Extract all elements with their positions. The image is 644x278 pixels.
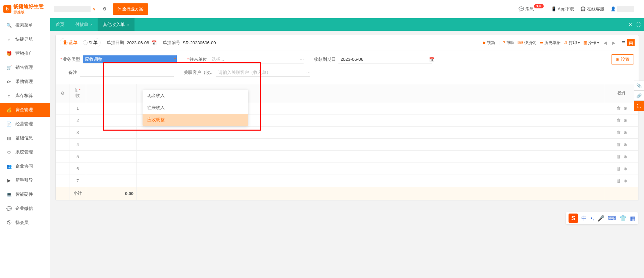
radio-red[interactable]: 红单 <box>83 40 98 46</box>
sidebar-item-team[interactable]: 👥企业协同 <box>0 159 50 173</box>
brand-logo: b 畅捷通好生意 标准版 <box>3 3 44 15</box>
tab-close-current-icon[interactable]: ✕ <box>629 22 632 27</box>
copy-icon[interactable]: ⊕ <box>624 130 627 135</box>
prev-record-button[interactable]: ◀ <box>602 40 608 45</box>
delete-icon[interactable]: 🗑 <box>616 118 621 123</box>
shortcut-button[interactable]: ⌨快捷键 <box>518 40 536 46</box>
more-icon[interactable]: ⋯ <box>306 70 311 75</box>
delete-icon[interactable]: 🗑 <box>616 178 621 183</box>
rail-expand-button[interactable]: ⛶ <box>634 101 644 111</box>
view-form-button[interactable]: ▤ <box>627 39 635 46</box>
home-icon: ⌂ <box>6 37 12 42</box>
receipt-date-input[interactable] <box>338 55 432 63</box>
settings-icon[interactable]: ⚙ <box>103 6 107 11</box>
tab-bar: 首页付款单×其他收入单× ✕ ⛶ <box>50 18 644 31</box>
gear-icon: ⚙ <box>615 57 620 62</box>
layers-icon: ▥ <box>6 136 12 141</box>
sidebar-item-device[interactable]: 💻智能硬件 <box>0 187 50 201</box>
delete-icon[interactable]: 🗑 <box>616 142 621 147</box>
sogou-logo-icon[interactable]: S <box>569 214 578 223</box>
table-row[interactable]: 5🗑⊕ <box>56 151 639 163</box>
tab[interactable]: 付款单× <box>70 18 98 31</box>
online-service-button[interactable]: 🎧 在线客服 <box>580 6 604 12</box>
copy-icon[interactable]: ⊕ <box>624 178 627 183</box>
ime-tools-icon[interactable]: ▦ <box>630 215 635 222</box>
right-rail: 📎 🔗 ⛶ <box>634 81 644 111</box>
operate-button[interactable]: ▦操作▾ <box>583 40 599 46</box>
remark-field: 备注 <box>60 68 174 77</box>
calendar-icon[interactable]: 📅 <box>151 40 157 45</box>
chat-icon: 💬 <box>519 6 524 11</box>
messages-button[interactable]: 💬 消息 99+ <box>519 6 545 12</box>
sidebar-item-guide[interactable]: ▶新手引导 <box>0 173 50 187</box>
copy-icon[interactable]: ⊕ <box>624 154 627 159</box>
form-settings-button[interactable]: ⚙ 设置 <box>611 54 634 64</box>
more-icon[interactable]: ⋯ <box>300 57 304 62</box>
calendar-icon[interactable]: 📅 <box>429 57 434 62</box>
radio-blue[interactable]: 蓝单 <box>63 40 77 46</box>
tab-expand-icon[interactable]: ⛶ <box>636 22 641 27</box>
rail-attach-button[interactable]: 📎 <box>634 81 644 91</box>
delete-icon[interactable]: 🗑 <box>616 166 621 171</box>
table-row[interactable]: 7🗑⊕ <box>56 175 639 187</box>
sidebar-item-wx[interactable]: 💬企业微信 <box>0 201 50 216</box>
ime-lang-icon[interactable]: 中 <box>581 215 587 222</box>
ime-mic-icon[interactable]: 🎤 <box>597 215 604 222</box>
next-record-button[interactable]: ▶ <box>611 40 616 45</box>
related-unit-input[interactable] <box>210 55 304 63</box>
sidebar-item-home[interactable]: ⌂快捷导航 <box>0 32 50 46</box>
app-download-button[interactable]: 📱 App下载 <box>551 6 574 12</box>
copy-icon[interactable]: ⊕ <box>624 142 627 147</box>
org-selector[interactable]: ∨ <box>54 6 96 12</box>
trial-button[interactable]: 体验行业方案 <box>113 3 148 15</box>
table-row[interactable]: 6🗑⊕ <box>56 163 639 175</box>
sidebar-item-cart[interactable]: 🛒销售管理 <box>0 60 50 75</box>
sidebar-item-gear[interactable]: ⚙系统管理 <box>0 145 50 159</box>
dropdown-option[interactable]: 应收调整 <box>143 114 248 126</box>
dropdown-option[interactable]: 往来收入 <box>143 102 248 114</box>
sidebar-item-search[interactable]: 🔍搜索菜单 <box>0 18 50 32</box>
rail-link-button[interactable]: 🔗 <box>634 91 644 101</box>
remark-input[interactable] <box>80 68 174 77</box>
table-row[interactable]: 4🗑⊕ <box>56 139 639 151</box>
form-header: 蓝单 红单 单据日期 2023-06-06 📅 单据编号 SR-20230606… <box>56 35 639 50</box>
copy-icon[interactable]: ⊕ <box>624 106 627 111</box>
tab-close-icon[interactable]: × <box>127 22 129 27</box>
tab[interactable]: 其他收入单× <box>98 18 134 31</box>
sidebar-item-box[interactable]: ⌂库存核算 <box>0 89 50 103</box>
chevron-up-icon[interactable]: ⌃ <box>173 57 177 62</box>
ime-skin-icon[interactable]: 👕 <box>620 215 627 222</box>
guide-icon: ▶ <box>6 178 12 183</box>
delete-icon[interactable]: 🗑 <box>616 106 621 111</box>
sidebar: 🔍搜索菜单⌂快捷导航🎁营销推广🛒销售管理🛍采购管理⌂库存核算💰资金管理📄经营管理… <box>0 18 50 278</box>
copy-icon[interactable]: ⊕ <box>624 118 627 123</box>
delete-icon[interactable]: 🗑 <box>616 130 621 135</box>
view-list-button[interactable]: ☰ <box>620 39 627 46</box>
copy-icon[interactable]: ⊕ <box>624 166 627 171</box>
brand-name: 畅捷通好生意 <box>13 3 44 10</box>
tab[interactable]: 首页 <box>50 18 70 31</box>
sidebar-item-bag[interactable]: 🛍采购管理 <box>0 75 50 89</box>
sidebar-item-vip[interactable]: Ⓥ畅会员 <box>0 216 50 230</box>
tab-close-icon[interactable]: × <box>90 22 92 27</box>
dropdown-option[interactable]: 现金收入 <box>143 90 248 102</box>
sidebar-item-doc[interactable]: 📄经营管理 <box>0 117 50 131</box>
ime-punct-icon[interactable]: •, <box>590 215 594 222</box>
table-row[interactable]: 3🗑⊕ <box>56 127 639 139</box>
chevron-down-icon: ▾ <box>597 40 599 45</box>
history-button[interactable]: ☰历史单据 <box>540 40 560 46</box>
gear-icon[interactable]: ⚙ <box>61 91 65 96</box>
help-button[interactable]: ?帮助 <box>503 40 514 46</box>
print-button[interactable]: 🖨打印▾ <box>564 40 580 46</box>
doc-date-value[interactable]: 2023-06-06 <box>127 40 149 45</box>
delete-icon[interactable]: 🗑 <box>616 154 621 159</box>
sidebar-item-layers[interactable]: ▥基础信息 <box>0 131 50 145</box>
ime-keyboard-icon[interactable]: ⌨ <box>608 215 616 222</box>
user-menu[interactable]: 👤 <box>610 6 634 12</box>
biz-type-input[interactable] <box>83 55 177 63</box>
sidebar-item-gift[interactable]: 🎁营销推广 <box>0 46 50 60</box>
sidebar-item-money[interactable]: 💰资金管理 <box>0 103 50 117</box>
related-unit-field: *往来单位 ⋯ <box>187 55 304 63</box>
video-button[interactable]: ▶视频 <box>483 40 495 46</box>
related-customer-input[interactable] <box>216 68 310 77</box>
